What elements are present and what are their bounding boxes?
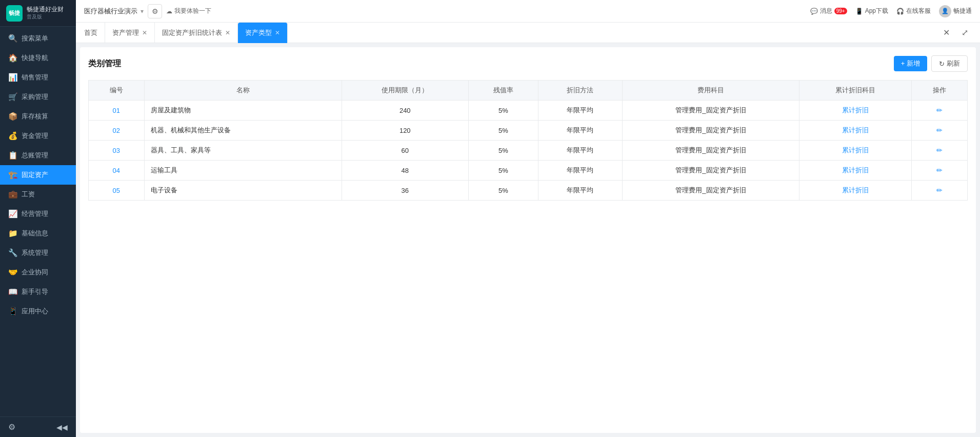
col-header: 操作 <box>912 81 968 101</box>
tab-asset-mgmt[interactable]: 资产管理✕ <box>105 23 155 43</box>
sidebar-item-label: 新手引导 <box>22 287 48 296</box>
sidebar-item-sales[interactable]: 📊销售管理 <box>0 68 76 87</box>
row-actions[interactable]: ✏ <box>912 161 968 181</box>
settings-icon[interactable]: ⚙ <box>8 422 15 432</box>
edit-icon[interactable]: ✏ <box>936 146 943 154</box>
row-code: 03 <box>89 141 145 161</box>
inventory-icon: 📦 <box>8 112 17 121</box>
sidebar-item-operations[interactable]: 📈经营管理 <box>0 204 76 224</box>
row-actions[interactable]: ✏ <box>912 121 968 141</box>
sidebar-item-label: 快捷导航 <box>22 53 48 63</box>
sidebar-item-enterprise[interactable]: 🤝企业协同 <box>0 263 76 282</box>
sidebar-item-label: 固定资产 <box>22 170 48 180</box>
sidebar-item-basic-info[interactable]: 📁基础信息 <box>0 224 76 243</box>
row-depreciation-method: 年限平均 <box>538 101 622 121</box>
sidebar-item-system[interactable]: 🔧系统管理 <box>0 243 76 263</box>
row-name: 机器、机械和其他生产设备 <box>144 121 342 141</box>
collapse-icon[interactable]: ◀◀ <box>56 423 68 431</box>
sidebar-item-label: 总账管理 <box>22 151 48 160</box>
sidebar-item-guide[interactable]: 📖新手引导 <box>0 282 76 302</box>
experience-text: 我要体验一下 <box>174 7 211 15</box>
user-avatar-icon: 👤 <box>939 5 951 17</box>
app-version: 普及版 <box>27 13 64 21</box>
fullscreen-button[interactable]: ⤢ <box>957 26 972 40</box>
tab-actions: ✕ ⤢ <box>939 26 972 40</box>
sidebar-item-label: 采购管理 <box>22 92 48 102</box>
close-tab-asset-mgmt-icon[interactable]: ✕ <box>142 29 147 36</box>
refresh-label: 刷新 <box>947 59 960 68</box>
sidebar-item-label: 应用中心 <box>22 307 48 316</box>
col-header: 折旧方法 <box>538 81 622 101</box>
tab-depreciation[interactable]: 固定资产折旧统计表✕ <box>155 23 238 43</box>
close-tab-button[interactable]: ✕ <box>939 26 953 40</box>
table-row: 01 房屋及建筑物 240 5% 年限平均 管理费用_固定资产折旧 累计折旧 ✏ <box>89 101 968 121</box>
sidebar-bottom: ⚙ ◀◀ <box>0 416 76 437</box>
refresh-icon: ↻ <box>939 60 945 68</box>
app-download-label: App下载 <box>865 7 888 15</box>
purchase-icon: 🛒 <box>8 92 17 102</box>
tab-home[interactable]: 首页 <box>84 23 105 43</box>
message-badge: 99+ <box>834 8 847 14</box>
content-actions: + 新增 ↻ 刷新 <box>894 55 968 72</box>
tab-label-asset-type: 资产类型 <box>245 28 272 37</box>
message-icon: 💬 <box>810 8 818 15</box>
edit-icon[interactable]: ✏ <box>936 186 943 194</box>
user-menu[interactable]: 👤 畅捷通 <box>939 5 972 17</box>
row-depreciation-method: 年限平均 <box>538 121 622 141</box>
sidebar-item-label: 工资 <box>22 190 35 199</box>
search-icon: 🔍 <box>8 34 17 43</box>
tab-label-depreciation: 固定资产折旧统计表 <box>162 28 222 37</box>
row-residual-rate: 5% <box>468 181 538 201</box>
sidebar-item-fixed-assets[interactable]: 🏗️固定资产 <box>0 165 76 185</box>
content-header: 类别管理 + 新增 ↻ 刷新 <box>88 55 968 72</box>
messages-button[interactable]: 💬 消息 99+ <box>810 7 847 15</box>
sidebar-item-app-center[interactable]: 📱应用中心 <box>0 302 76 321</box>
topbar-right: 💬 消息 99+ 📱 App下载 🎧 在线客服 👤 畅捷通 <box>810 5 972 17</box>
refresh-button[interactable]: ↻ 刷新 <box>931 55 968 72</box>
row-residual-rate: 5% <box>468 141 538 161</box>
row-residual-rate: 5% <box>468 121 538 141</box>
customer-service-button[interactable]: 🎧 在线客服 <box>896 7 931 15</box>
app-download-button[interactable]: 📱 App下载 <box>855 7 888 15</box>
close-tab-depreciation-icon[interactable]: ✕ <box>225 29 230 36</box>
enterprise-icon: 🤝 <box>8 268 17 277</box>
tab-label-home: 首页 <box>84 28 97 37</box>
row-actions[interactable]: ✏ <box>912 181 968 201</box>
col-header: 残值率 <box>468 81 538 101</box>
edit-icon[interactable]: ✏ <box>936 106 943 114</box>
experience-button[interactable]: ☁ 我要体验一下 <box>166 7 211 15</box>
row-residual-rate: 5% <box>468 101 538 121</box>
close-tab-asset-type-icon[interactable]: ✕ <box>275 29 280 36</box>
row-period: 240 <box>342 101 468 121</box>
col-header: 编号 <box>89 81 145 101</box>
row-period: 36 <box>342 181 468 201</box>
edit-icon[interactable]: ✏ <box>936 166 943 174</box>
table-row: 02 机器、机械和其他生产设备 120 5% 年限平均 管理费用_固定资产折旧 … <box>89 121 968 141</box>
sidebar-item-purchase[interactable]: 🛒采购管理 <box>0 87 76 107</box>
col-header: 名称 <box>144 81 342 101</box>
row-expense-subject: 管理费用_固定资产折旧 <box>622 141 799 161</box>
row-name: 房屋及建筑物 <box>144 101 342 121</box>
new-button[interactable]: + 新增 <box>894 56 927 71</box>
username-label: 畅捷通 <box>953 7 972 15</box>
edit-icon[interactable]: ✏ <box>936 126 943 134</box>
sidebar-item-payroll[interactable]: 💼工资 <box>0 185 76 204</box>
fixed-assets-icon: 🏗️ <box>8 170 17 180</box>
sidebar: 畅捷 畅捷通好业财 普及版 🔍搜索菜单🏠快捷导航📊销售管理🛒采购管理📦库存核算💰… <box>0 0 76 437</box>
sidebar-item-ledger[interactable]: 📋总账管理 <box>0 146 76 165</box>
row-name: 器具、工具、家具等 <box>144 141 342 161</box>
row-code: 02 <box>89 121 145 141</box>
col-header: 使用期限（月） <box>342 81 468 101</box>
row-accumulated-subject: 累计折旧 <box>799 101 912 121</box>
sidebar-item-capital[interactable]: 💰资金管理 <box>0 126 76 146</box>
quick-nav-icon: 🏠 <box>8 53 17 63</box>
row-actions[interactable]: ✏ <box>912 141 968 161</box>
sidebar-item-inventory[interactable]: 📦库存核算 <box>0 107 76 126</box>
row-actions[interactable]: ✏ <box>912 101 968 121</box>
tab-asset-type[interactable]: 资产类型✕ <box>238 23 288 43</box>
sidebar-nav: 🔍搜索菜单🏠快捷导航📊销售管理🛒采购管理📦库存核算💰资金管理📋总账管理🏗️固定资… <box>0 27 76 416</box>
sidebar-item-quick-nav[interactable]: 🏠快捷导航 <box>0 48 76 68</box>
settings-button[interactable]: ⚙ <box>148 4 162 18</box>
sidebar-item-search[interactable]: 🔍搜索菜单 <box>0 29 76 48</box>
customer-service-label: 在线客服 <box>906 7 931 15</box>
